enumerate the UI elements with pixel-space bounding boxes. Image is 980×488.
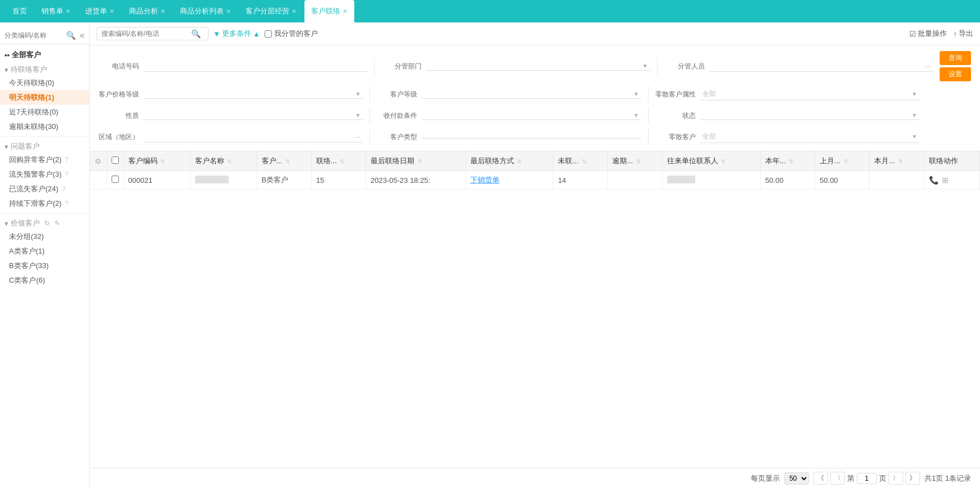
sidebar-item-tomorrow-contact[interactable]: 明天待联络(1): [0, 90, 89, 105]
sidebar-item-c-class[interactable]: C类客户(6): [0, 273, 89, 288]
nav-product-analysis-list[interactable]: 商品分析列表 ✕: [173, 0, 238, 22]
chevron-grade-icon: ▼: [355, 91, 360, 97]
filter-phone-input[interactable]: [146, 62, 365, 70]
sort-uncontact-icon[interactable]: ⇅: [582, 158, 586, 164]
nav-home[interactable]: 首页: [6, 0, 34, 22]
filter-person-select[interactable]: ···: [709, 61, 933, 72]
sidebar-item-a-class[interactable]: A类客户(1): [0, 244, 89, 259]
batch-icon: ☑: [909, 30, 916, 38]
setting-btn[interactable]: 设置: [940, 67, 971, 81]
sidebar-item-lost[interactable]: 已流失客户(24) ?: [0, 182, 89, 196]
sidebar-collapse-btn[interactable]: «: [80, 30, 85, 40]
filter-person-label: 分管人员: [664, 62, 709, 71]
filter-area-select[interactable]: ···: [144, 132, 363, 142]
filter-area: 区域（地区） ···: [99, 132, 363, 142]
sort-lastmonth-icon[interactable]: ⇅: [844, 158, 848, 164]
nav-purchase[interactable]: 进货单 ✕: [78, 0, 121, 22]
nav-close-product-analysis-list[interactable]: ✕: [226, 8, 231, 15]
checkbox-col-header[interactable]: [107, 151, 123, 171]
sidebar-item-declining[interactable]: 持续下滑客户(2) ?: [0, 196, 89, 211]
more-filter-btn[interactable]: ▼ 更多条件 ▲: [213, 29, 260, 39]
toolbar: 🔍 ▼ 更多条件 ▲ 我分管的客户 ☑ 批量操作 ↑ 导出: [90, 22, 980, 45]
filter-person: 分管人员 ···: [664, 61, 933, 72]
sidebar-item-today-contact[interactable]: 今天待联络(0): [0, 76, 89, 90]
nav-close-customer-contact[interactable]: ✕: [343, 8, 348, 15]
sidebar-item-ungrouped[interactable]: 未分组(32): [0, 229, 89, 244]
nav-close-customer-tier[interactable]: ✕: [292, 8, 297, 15]
export-btn[interactable]: ↑ 导出: [954, 29, 974, 39]
filter-customer-type: 客户类型: [377, 132, 641, 142]
sort-date-icon[interactable]: ⇅: [418, 158, 422, 164]
row-checkbox[interactable]: [112, 176, 119, 183]
sort-method-icon[interactable]: ⇅: [517, 158, 521, 164]
chevron-down-icon: ▾: [4, 66, 8, 74]
dots-area-icon[interactable]: ···: [355, 133, 360, 141]
filter-retail-customer-select[interactable]: 全部 ▼: [700, 131, 919, 143]
nav-sales[interactable]: 销售单 ✕: [35, 0, 77, 22]
filter-actions: 查询 设置: [940, 51, 971, 81]
page-input[interactable]: [857, 473, 877, 484]
nav-product-analysis[interactable]: 商品分析 ✕: [122, 0, 172, 22]
sidebar-divider-2: [0, 213, 89, 214]
nav-close-sales[interactable]: ✕: [66, 8, 71, 15]
nav-customer-tier[interactable]: 客户分层经营 ✕: [239, 0, 303, 22]
sidebar-search-input[interactable]: [4, 31, 66, 39]
filter-customer-level: 客户等级 ▼: [377, 90, 641, 99]
row-checkbox-cell[interactable]: [107, 171, 123, 190]
gear-col-header[interactable]: ⚙: [90, 151, 107, 171]
refresh-icon[interactable]: ↻: [44, 219, 50, 227]
sort-person-icon[interactable]: ⇅: [721, 158, 725, 164]
sort-overdue-icon[interactable]: ⇅: [636, 158, 641, 164]
search-input[interactable]: [101, 30, 191, 38]
col-overdue: 逾期... ⇅: [608, 151, 662, 171]
nav-close-product-analysis[interactable]: ✕: [160, 8, 165, 15]
next-page-btn[interactable]: 〉: [889, 472, 903, 485]
row-last-method: 下销货单: [465, 171, 553, 190]
filter-retail-attr-select[interactable]: 全部 ▼: [700, 88, 919, 100]
query-btn[interactable]: 查询: [940, 51, 971, 65]
filter-status-select[interactable]: ▼: [700, 111, 919, 120]
sidebar-value-group: ▾ 价值客户 ↻ ✎: [0, 216, 89, 229]
chevron-retail-attr-icon: ▼: [912, 91, 917, 97]
sidebar-item-repurchase-abnormal[interactable]: 回购异常客户(2) ?: [0, 153, 89, 167]
sidebar-search-icon[interactable]: 🔍: [66, 31, 76, 40]
prev-page-btn[interactable]: 〈: [830, 472, 845, 485]
sort-contact-icon[interactable]: ⇅: [340, 158, 344, 164]
filter-dept-select[interactable]: ▼: [426, 62, 650, 71]
filter-customer-grade: 客户价格等级 ▼: [99, 90, 363, 99]
sidebar-item-overdue-contact[interactable]: 逾期未联络(30): [0, 119, 89, 134]
my-customer-checkbox[interactable]: [265, 30, 272, 38]
grid-action-icon[interactable]: ⊞: [942, 176, 949, 185]
sort-code-icon[interactable]: ⇅: [160, 158, 165, 164]
filter-customer-type-select[interactable]: [422, 136, 641, 139]
sidebar-item-7day-contact[interactable]: 近7天待联络(0): [0, 105, 89, 119]
last-page-btn[interactable]: 》: [905, 472, 920, 485]
search-icon[interactable]: 🔍: [191, 29, 201, 38]
filter-payment-select[interactable]: ▼: [422, 111, 641, 120]
phone-action-icon[interactable]: 📞: [929, 176, 939, 185]
edit-icon[interactable]: ✎: [54, 219, 60, 227]
sidebar-item-b-class[interactable]: B类客户(33): [0, 259, 89, 273]
filter-customer-level-select[interactable]: ▼: [422, 90, 641, 99]
row-contact-person: [662, 171, 760, 190]
filter-gender-select[interactable]: ▼: [144, 111, 363, 120]
per-page-select[interactable]: 50: [784, 472, 809, 485]
nav-close-purchase[interactable]: ✕: [109, 8, 114, 15]
my-customer-checkbox-label[interactable]: 我分管的客户: [265, 29, 318, 39]
sort-curmonth-icon[interactable]: ⇅: [898, 158, 903, 164]
batch-op-btn[interactable]: ☑ 批量操作: [909, 29, 947, 39]
sidebar-item-loss-warning[interactable]: 流失预警客户(3) ?: [0, 167, 89, 182]
filter-customer-level-label: 客户等级: [377, 90, 422, 99]
sort-year-icon[interactable]: ⇅: [789, 158, 793, 164]
sidebar-all-customers[interactable]: ▪▪ 全部客户: [0, 48, 89, 62]
row-contact-person-masked: [667, 176, 695, 183]
dots-person-icon[interactable]: ···: [925, 62, 931, 70]
select-all-checkbox[interactable]: [112, 156, 119, 164]
sort-type-icon[interactable]: ⇅: [285, 158, 290, 164]
filter-phone-input-wrap: [144, 61, 367, 72]
nav-customer-contact[interactable]: 客户联络 ✕: [304, 0, 354, 22]
col-customer-code: 客户编码 ⇅: [123, 151, 190, 171]
filter-customer-grade-select[interactable]: ▼: [144, 90, 363, 99]
sort-name-icon[interactable]: ⇅: [227, 158, 232, 164]
first-page-btn[interactable]: 《: [813, 472, 828, 485]
